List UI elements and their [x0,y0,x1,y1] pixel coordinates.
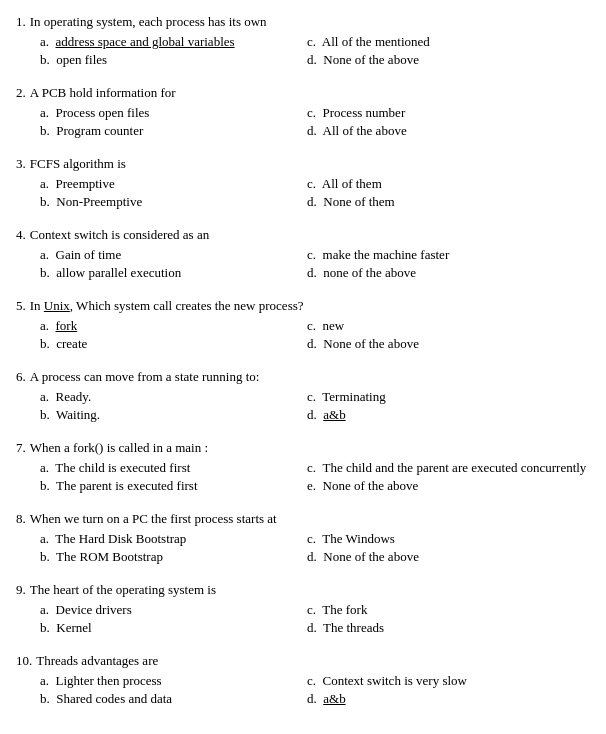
question-number: 7. [16,440,26,455]
options-grid: a. Ready.b. Waiting.c. Terminatingd. a&b [16,388,590,424]
question-number: 3. [16,156,26,171]
option-text: Context switch is very slow [323,673,467,688]
option-2: c. The Windows [307,530,590,548]
options-left: a. The child is executed firstb. The par… [16,459,299,495]
options-left: a. Device driversb. Kernel [16,601,299,637]
option-label: b. [40,194,56,209]
option-label: c. [307,460,323,475]
option-3: d. None of the above [307,51,590,69]
option-1: b. Waiting. [16,406,299,424]
option-text: Ready. [56,389,92,404]
option-text: new [323,318,345,333]
option-text: The fork [322,602,367,617]
option-text: The ROM Bootstrap [56,549,163,564]
question-text: 1.In operating system, each process has … [16,14,590,30]
option-text: The child is executed first [55,460,190,475]
question-number: 10. [16,653,32,668]
option-text: None of the above [323,336,419,351]
option-label: b. [40,52,56,67]
option-1: b. Kernel [16,619,299,637]
question-block-3: 3.FCFS algorithm isa. Preemptiveb. Non-P… [16,156,590,211]
question-text: 9.The heart of the operating system is [16,582,590,598]
option-right-1: e. None of the above [307,477,590,495]
option-label: c. [307,673,323,688]
option-0: a. Ready. [16,388,299,406]
option-text: Program counter [56,123,143,138]
options-left: a. Ready.b. Waiting. [16,388,299,424]
option-label: d. [307,407,323,422]
option-2: c. All of them [307,175,590,193]
option-3: d. None of the above [307,335,590,353]
options-right: c. Context switch is very slowd. a&b [307,672,590,708]
option-3: d. None of them [307,193,590,211]
options-right: c. The child and the parent are executed… [307,459,590,495]
options-left: a. address space and global variablesb. … [16,33,299,69]
option-label: a. [40,389,56,404]
option-0: a. fork [16,317,299,335]
question-number: 6. [16,369,26,384]
option-text: Waiting. [56,407,100,422]
option-label: d. [307,265,323,280]
option-text: None of the above [323,478,419,493]
option-text: The parent is executed first [56,478,198,493]
options-grid: a. Device driversb. Kernelc. The forkd. … [16,601,590,637]
options-left: a. forkb. create [16,317,299,353]
option-text: Device drivers [56,602,132,617]
option-label: b. [40,123,56,138]
option-text: Terminating [322,389,385,404]
options-left: a. Lighter then processb. Shared codes a… [16,672,299,708]
option-label: b. [40,407,56,422]
option-label: a. [40,176,56,191]
option-left-0: a. The child is executed first [16,459,299,477]
option-1: b. Shared codes and data [16,690,299,708]
option-3: d. The threads [307,619,590,637]
option-text: Lighter then process [56,673,162,688]
question-body: Context switch is considered as an [30,227,209,242]
option-1: b. Non-Preemptive [16,193,299,211]
option-0: a. Preemptive [16,175,299,193]
option-text: The threads [323,620,384,635]
options-grid: a. Process open filesb. Program counterc… [16,104,590,140]
question-body: The heart of the operating system is [30,582,216,597]
options-grid: a. address space and global variablesb. … [16,33,590,69]
options-left: a. The Hard Disk Bootstrapb. The ROM Boo… [16,530,299,566]
question-body: A process can move from a state running … [30,369,260,384]
option-2: c. new [307,317,590,335]
option-label: a. [40,247,56,262]
question-block-9: 9.The heart of the operating system isa.… [16,582,590,637]
option-label: d. [307,549,323,564]
option-label: d. [307,194,323,209]
option-3: d. a&b [307,406,590,424]
option-text: The child and the parent are executed co… [323,460,587,476]
option-left-1: b. The parent is executed first [16,477,299,495]
option-label: d. [307,620,323,635]
option-3: d. a&b [307,690,590,708]
option-2: c. All of the mentioned [307,33,590,51]
question-number: 1. [16,14,26,29]
question-block-1: 1.In operating system, each process has … [16,14,590,69]
option-text: create [56,336,87,351]
question-body: In Unix, Which system call creates the n… [30,298,304,313]
options-grid: a. The Hard Disk Bootstrapb. The ROM Boo… [16,530,590,566]
option-label: b. [40,265,56,280]
question-number: 9. [16,582,26,597]
question-text: 7.When a fork() is called in a main : [16,440,590,456]
option-text: None of the above [323,52,419,67]
option-text: fork [56,318,78,333]
option-label: b. [40,478,56,493]
option-2: c. The fork [307,601,590,619]
option-label: c. [307,602,322,617]
option-text: Process number [323,105,406,120]
question-text: 2.A PCB hold information for [16,85,590,101]
option-3: d. None of the above [307,548,590,566]
option-3: d. All of the above [307,122,590,140]
option-label: c. [307,105,323,120]
option-text: a&b [323,407,345,422]
option-2: c. make the machine faster [307,246,590,264]
option-2: c. Process number [307,104,590,122]
question-text: 10.Threads advantages are [16,653,590,669]
option-1: b. Program counter [16,122,299,140]
option-label: a. [40,531,55,546]
question-number: 4. [16,227,26,242]
question-body: Threads advantages are [36,653,158,668]
